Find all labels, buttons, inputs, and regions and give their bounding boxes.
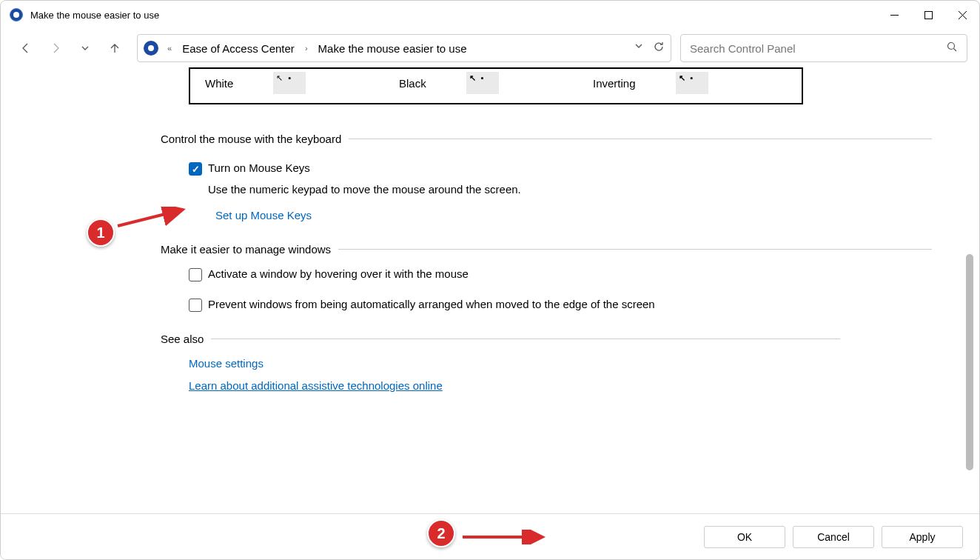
mouse-keys-label: Turn on Mouse Keys bbox=[208, 161, 310, 174]
minimize-button[interactable] bbox=[877, 1, 911, 29]
ok-button[interactable]: OK bbox=[704, 526, 785, 548]
recent-dropdown[interactable] bbox=[72, 35, 98, 61]
close-button[interactable] bbox=[945, 1, 979, 29]
prevent-arrange-label: Prevent windows from being automatically… bbox=[208, 298, 655, 310]
breadcrumb-current[interactable]: Make the mouse easier to use bbox=[314, 39, 471, 58]
section-see-also-title: See also bbox=[161, 333, 211, 345]
svg-rect-0 bbox=[890, 15, 899, 16]
hover-activate-label: Activate a window by hovering over it wi… bbox=[208, 267, 469, 280]
breadcrumb-ease-of-access[interactable]: Ease of Access Center bbox=[178, 39, 299, 58]
apply-button[interactable]: Apply bbox=[882, 526, 963, 548]
forward-button[interactable] bbox=[42, 35, 69, 61]
hover-activate-checkbox[interactable] bbox=[189, 268, 202, 281]
scrollbar[interactable] bbox=[963, 67, 973, 513]
mouse-keys-description: Use the numeric keypad to move the mouse… bbox=[208, 183, 932, 196]
pointer-black-swatch[interactable] bbox=[466, 72, 499, 94]
up-button[interactable] bbox=[101, 35, 128, 61]
learn-more-link[interactable]: Learn about additional assistive technol… bbox=[189, 379, 443, 392]
section-keyboard-control: Control the mouse with the keyboard bbox=[161, 133, 932, 145]
prevent-arrange-checkbox[interactable] bbox=[189, 299, 202, 312]
cancel-button[interactable]: Cancel bbox=[793, 526, 874, 548]
breadcrumb-chevron-icon[interactable]: › bbox=[302, 44, 311, 53]
svg-point-2 bbox=[948, 43, 955, 50]
back-button[interactable] bbox=[13, 35, 39, 61]
search-bar[interactable] bbox=[680, 34, 967, 62]
svg-rect-1 bbox=[924, 11, 932, 19]
breadcrumb-dropdown-icon[interactable] bbox=[634, 41, 644, 56]
section-manage-windows: Make it easier to manage windows bbox=[161, 243, 932, 256]
search-input[interactable] bbox=[690, 42, 947, 55]
scrollbar-thumb[interactable] bbox=[966, 254, 973, 470]
mouse-keys-checkbox[interactable] bbox=[189, 162, 202, 176]
maximize-button[interactable] bbox=[911, 1, 945, 29]
pointer-white-swatch[interactable] bbox=[273, 72, 306, 94]
breadcrumb-icon bbox=[144, 41, 158, 56]
search-icon[interactable] bbox=[947, 41, 958, 55]
refresh-button[interactable] bbox=[653, 41, 665, 56]
pointer-black-label: Black bbox=[399, 77, 426, 90]
content-area: White Black Inverting Control the mouse … bbox=[1, 67, 961, 513]
window-title: Make the mouse easier to use bbox=[30, 10, 159, 21]
pointer-inverting-swatch[interactable] bbox=[676, 72, 708, 94]
pointer-options-box: White Black Inverting bbox=[189, 67, 803, 104]
section-see-also: See also bbox=[161, 333, 932, 345]
toolbar: « Ease of Access Center › Make the mouse… bbox=[1, 29, 979, 67]
mouse-settings-link[interactable]: Mouse settings bbox=[189, 357, 264, 370]
section-windows-title: Make it easier to manage windows bbox=[161, 243, 338, 256]
pointer-inverting-label: Inverting bbox=[593, 77, 636, 90]
dialog-footer: OK Cancel Apply bbox=[1, 513, 979, 559]
breadcrumb-chevron-icon[interactable]: « bbox=[164, 44, 175, 53]
pointer-white-label: White bbox=[205, 77, 233, 90]
setup-mouse-keys-link[interactable]: Set up Mouse Keys bbox=[215, 209, 312, 221]
app-icon bbox=[10, 8, 23, 21]
section-keyboard-title: Control the mouse with the keyboard bbox=[161, 133, 349, 145]
titlebar: Make the mouse easier to use bbox=[1, 1, 979, 29]
breadcrumb[interactable]: « Ease of Access Center › Make the mouse… bbox=[137, 34, 671, 62]
